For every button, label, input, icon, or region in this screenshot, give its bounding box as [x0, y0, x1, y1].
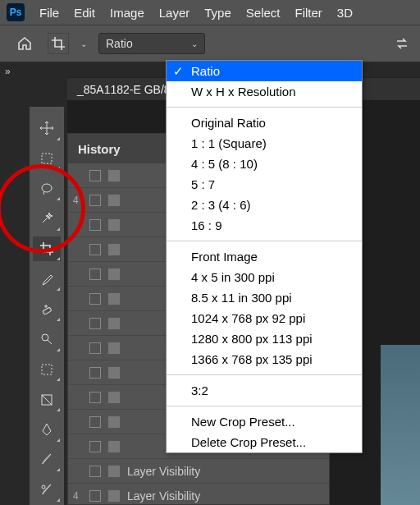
menu-filter[interactable]: Filter: [295, 6, 322, 20]
expand-panels-icon[interactable]: »: [5, 66, 11, 77]
crop-ratio-dropdown[interactable]: Ratio ⌄: [98, 33, 205, 54]
crop-tool[interactable]: [33, 236, 61, 262]
crop-ratio-menu: RatioW x H x ResolutionOriginal Ratio1 :…: [166, 60, 363, 453]
svg-rect-0: [42, 154, 52, 163]
menu-type[interactable]: Type: [204, 6, 231, 20]
crop-menu-item[interactable]: New Crop Preset...: [167, 411, 362, 432]
menu-bar: Ps File Edit Image Layer Type Select Fil…: [0, 0, 420, 25]
crop-menu-item[interactable]: W x H x Resolution: [167, 81, 362, 102]
crop-menu-item[interactable]: 4 : 5 (8 : 10): [167, 154, 362, 174]
swap-orientation-icon[interactable]: [392, 34, 412, 53]
menu-file[interactable]: File: [39, 6, 59, 20]
history-row[interactable]: Layer Visibility: [68, 459, 329, 484]
crop-menu-item[interactable]: 4 x 5 in 300 ppi: [167, 267, 362, 287]
crop-menu-item[interactable]: 3:2: [167, 380, 362, 401]
chevron-down-icon: ⌄: [191, 39, 198, 48]
menu-separator: [167, 241, 362, 241]
document-title: _85A1182-E GB/8*): [77, 83, 179, 96]
eyedropper-tool[interactable]: [33, 266, 61, 292]
pen-tool[interactable]: [33, 417, 61, 443]
tool-preset-chevron-icon[interactable]: ⌄: [80, 39, 87, 48]
options-bar: ⌄ Ratio ⌄: [0, 25, 420, 62]
lasso-tool[interactable]: [33, 176, 61, 201]
marquee-tool[interactable]: [33, 146, 61, 172]
crop-menu-item[interactable]: Front Image: [167, 246, 362, 267]
crop-ratio-label: Ratio: [106, 37, 133, 50]
svg-point-1: [42, 184, 52, 192]
image-preview: [381, 345, 420, 505]
menu-3d[interactable]: 3D: [337, 6, 353, 20]
crop-menu-item[interactable]: 16 : 9: [167, 215, 362, 236]
svg-point-6: [42, 485, 45, 489]
brush-tool[interactable]: [33, 448, 61, 473]
svg-rect-2: [43, 307, 52, 314]
healing-brush-tool[interactable]: [33, 296, 61, 322]
crop-menu-item[interactable]: 8.5 x 11 in 300 ppi: [167, 287, 362, 308]
menu-select[interactable]: Select: [246, 6, 281, 20]
active-tool-crop-icon[interactable]: [48, 33, 69, 54]
svg-point-3: [42, 334, 48, 341]
menu-separator: [167, 406, 362, 406]
selection-tool[interactable]: [33, 357, 61, 383]
move-tool[interactable]: [33, 116, 61, 141]
crop-menu-item[interactable]: Original Ratio: [167, 112, 362, 133]
crop-menu-item[interactable]: Ratio: [167, 61, 362, 81]
crop-menu-item[interactable]: 5 : 7: [167, 174, 362, 195]
history-brush-tool[interactable]: [33, 477, 61, 503]
history-row[interactable]: 4Layer Visibility: [68, 484, 329, 505]
crop-menu-item[interactable]: Delete Crop Preset...: [167, 432, 362, 452]
menu-layer[interactable]: Layer: [159, 6, 190, 20]
menu-edit[interactable]: Edit: [74, 6, 95, 20]
menu-separator: [167, 374, 362, 375]
dodge-tool[interactable]: [33, 327, 61, 352]
crop-menu-item[interactable]: 1 : 1 (Square): [167, 133, 362, 154]
crop-menu-item[interactable]: 2 : 3 (4 : 6): [167, 195, 362, 215]
gradient-tool[interactable]: [33, 387, 61, 412]
crop-menu-item[interactable]: 1280 x 800 px 113 ppi: [167, 328, 362, 349]
home-icon[interactable]: [13, 32, 36, 55]
svg-rect-4: [42, 365, 52, 374]
magic-wand-tool[interactable]: [33, 206, 61, 232]
app-logo: Ps: [7, 3, 25, 21]
tool-palette: [30, 107, 64, 505]
crop-menu-item[interactable]: 1024 x 768 px 92 ppi: [167, 308, 362, 328]
menu-image[interactable]: Image: [110, 6, 144, 20]
crop-menu-item[interactable]: 1366 x 768 px 135 ppi: [167, 349, 362, 370]
menu-separator: [167, 107, 362, 108]
